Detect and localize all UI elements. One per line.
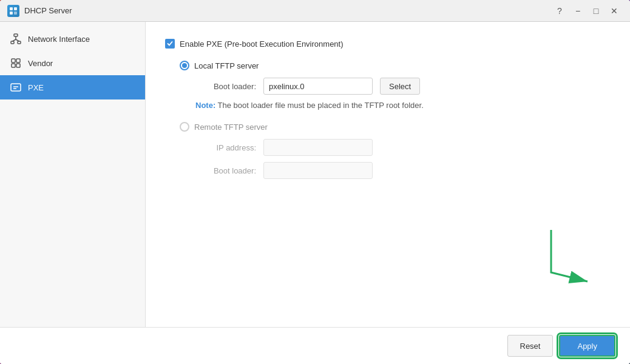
help-button[interactable]: ? [551,2,568,19]
local-tftp-label: Local TFTP server [194,61,259,70]
restore-button[interactable]: □ [588,2,605,19]
svg-rect-2 [10,12,13,15]
minimize-button[interactable]: − [569,2,586,19]
app-icon [7,5,19,17]
remote-tftp-label: Remote TFTP server [194,123,268,132]
svg-rect-6 [18,41,21,44]
remote-tftp-fields: IP address: Boot loader: [195,139,611,179]
title-bar: DHCP Server ? − □ ✕ [0,0,630,22]
svg-rect-13 [16,64,20,67]
svg-line-9 [16,39,19,41]
local-tftp-section: Local TFTP server Boot loader: Select No… [180,61,611,110]
local-tftp-radio[interactable] [180,61,189,70]
local-tftp-radio-row: Local TFTP server [180,61,611,70]
sidebar-item-pxe[interactable]: PXE [0,75,145,99]
local-tftp-fields: Boot loader: Select [195,78,611,95]
remote-tftp-radio-row: Remote TFTP server [180,122,611,132]
window-title: DHCP Server [24,6,551,15]
svg-rect-4 [14,34,18,36]
arrow-annotation [533,224,612,297]
ip-address-input[interactable] [263,139,373,156]
enable-pxe-row: Enable PXE (Pre-boot Execution Environme… [165,39,611,49]
sidebar-item-vendor[interactable]: Vendor [0,51,145,75]
sidebar-item-network-interface[interactable]: Network Interface [0,27,145,51]
note-prefix: Note: [195,101,215,110]
svg-rect-5 [11,41,14,44]
sidebar-item-pxe-label: PXE [28,83,44,92]
remote-tftp-radio[interactable] [180,122,189,132]
svg-rect-12 [12,64,15,67]
svg-rect-11 [16,59,20,62]
enable-pxe-label[interactable]: Enable PXE (Pre-boot Execution Environme… [180,39,344,49]
svg-rect-0 [10,7,13,10]
window-controls: ? − □ ✕ [551,2,623,19]
reset-button[interactable]: Reset [507,335,554,357]
svg-rect-1 [14,7,17,10]
svg-rect-14 [11,84,21,91]
network-icon [10,33,22,45]
ip-address-label: IP address: [195,143,256,152]
boot-loader-label: Boot loader: [195,82,256,91]
note-row: Note: The boot loader file must be place… [195,101,611,110]
content-area: Enable PXE (Pre-boot Execution Environme… [146,22,630,327]
svg-line-8 [13,39,16,41]
remote-tftp-section: Remote TFTP server IP address: Boot load… [180,122,611,179]
ip-address-row: IP address: [195,139,611,156]
apply-button[interactable]: Apply [559,335,615,357]
remote-boot-loader-row: Boot loader: [195,162,611,179]
svg-rect-10 [12,59,15,62]
options-group: Local TFTP server Boot loader: Select No… [180,61,611,179]
boot-loader-input[interactable] [263,78,373,95]
sidebar-item-vendor-label: Vendor [28,59,53,68]
dhcp-server-window: DHCP Server ? − □ ✕ [0,0,630,364]
close-button[interactable]: ✕ [606,2,623,19]
boot-loader-row: Boot loader: Select [195,78,611,95]
main-layout: Network Interface Vendor [0,22,630,327]
sidebar-item-network-interface-label: Network Interface [28,35,90,44]
select-button[interactable]: Select [380,78,420,95]
sidebar: Network Interface Vendor [0,22,146,327]
enable-pxe-checkbox[interactable] [165,39,175,49]
svg-rect-3 [14,12,17,15]
footer: Reset Apply [0,327,630,364]
note-content: The boot loader file must be placed in t… [215,101,424,110]
remote-boot-loader-label: Boot loader: [195,166,256,175]
pxe-icon [10,81,22,93]
remote-boot-loader-input[interactable] [263,162,373,179]
vendor-icon [10,57,22,69]
